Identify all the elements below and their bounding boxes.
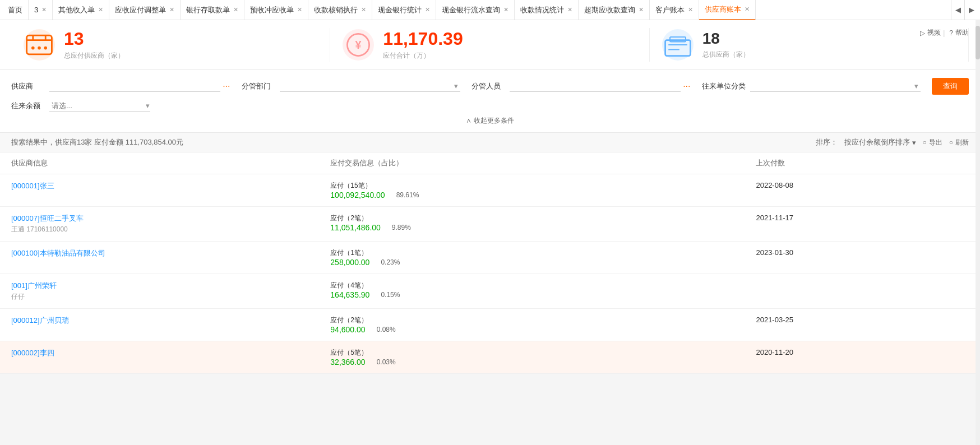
department-select[interactable]: ▾ xyxy=(280,81,461,92)
search-row-2: 往来余额 ▾ xyxy=(11,100,969,112)
transaction-info-1: 应付（15笔） 100,092,540.00 89.61% xyxy=(330,181,756,200)
supplier-input[interactable] xyxy=(49,81,220,92)
person-dots[interactable]: ··· xyxy=(683,81,690,91)
nav-tab-supplier-ledger[interactable]: 供应商账本 ✕ xyxy=(699,0,756,20)
transaction-amount-5[interactable]: 94,600.00 xyxy=(330,325,365,334)
category-dropdown-arrow[interactable]: ▾ xyxy=(914,82,918,90)
balance-select[interactable]: ▾ xyxy=(49,100,150,112)
supplier-link-5[interactable]: [000012]广州贝瑞 xyxy=(11,316,69,325)
nav-tab-overdue-ar-label: 超期应收款查询 xyxy=(584,5,635,15)
nav-tab-home[interactable]: 首页 xyxy=(2,0,29,20)
nav-tab-overdue-ar[interactable]: 超期应收款查询 ✕ xyxy=(579,0,650,20)
nav-tab-supplier-ledger-label: 供应商账本 xyxy=(705,4,741,15)
supplier-link-3[interactable]: [000100]本特勒油品有限公司 xyxy=(11,249,105,257)
nav-tab-receipt-verify-close[interactable]: ✕ xyxy=(361,6,366,13)
supplier-link-1[interactable]: [000001]张三 xyxy=(11,182,54,190)
category-select[interactable]: ▾ xyxy=(750,81,921,92)
nav-tab-home-label: 首页 xyxy=(8,5,22,15)
transaction-amount-4[interactable]: 164,635.90 xyxy=(330,290,369,299)
lastpay-1: 2022-08-08 xyxy=(756,181,969,189)
export-icon: ○ xyxy=(923,138,927,146)
nav-tab-3-close[interactable]: ✕ xyxy=(41,6,47,13)
transaction-amount-3[interactable]: 258,000.00 xyxy=(330,258,369,267)
supplier-link-4[interactable]: [001]广州荣轩 xyxy=(11,281,57,290)
nav-prev-arrow[interactable]: ◀ xyxy=(951,0,964,20)
table-row: [000100]本特勒油品有限公司 应付（1笔） 258,000.00 0.23… xyxy=(0,242,980,274)
nav-tab-supplier-ledger-close[interactable]: ✕ xyxy=(745,6,750,13)
nav-tab-3[interactable]: 3 ✕ xyxy=(29,0,53,20)
summary-card-payable-suppliers: 13 总应付供应商（家） xyxy=(11,28,330,62)
query-button[interactable]: 查询 xyxy=(932,78,969,95)
department-input[interactable] xyxy=(282,82,455,90)
nav-tab-customer-ledger-close[interactable]: ✕ xyxy=(688,6,693,13)
nav-tab-cash-bank-stat-label: 现金银行统计 xyxy=(378,5,422,15)
refresh-button[interactable]: ○ 刷新 xyxy=(949,138,969,147)
nav-tab-prepay-offset-close[interactable]: ✕ xyxy=(297,6,302,13)
nav-tab-other-income[interactable]: 其他收入单 ✕ xyxy=(53,0,109,20)
col-header-lastpay: 上次付数 xyxy=(756,158,969,168)
nav-tab-other-income-close[interactable]: ✕ xyxy=(98,6,103,13)
supplier-link-2[interactable]: [000007]恒旺二手叉车 xyxy=(11,214,84,222)
nav-tab-bank-deposit[interactable]: 银行存取款单 ✕ xyxy=(181,0,244,20)
table-container: 供应商信息 应付交易信息（占比） 上次付数 [000001]张三 应付（15笔）… xyxy=(0,152,980,374)
transaction-amount-1[interactable]: 100,092,540.00 xyxy=(330,191,385,200)
nav-tab-cash-bank-flow-close[interactable]: ✕ xyxy=(503,6,509,13)
result-bar: 搜索结果中，供应商13家 应付金额 111,703,854.00元 排序： 按应… xyxy=(0,133,980,152)
transaction-info-4: 应付（4笔） 164,635.90 0.15% xyxy=(330,281,756,299)
person-input[interactable] xyxy=(510,81,681,92)
category-input[interactable] xyxy=(752,82,915,90)
export-label: 导出 xyxy=(929,138,942,147)
export-button[interactable]: ○ 导出 xyxy=(923,138,942,147)
payable-total-content: 11,170.39 应付合计（万） xyxy=(383,29,463,61)
video-icon: ▷ xyxy=(920,29,925,37)
department-label: 分管部门 xyxy=(242,81,275,91)
nav-tab-receipt-stat-close[interactable]: ✕ xyxy=(567,6,572,13)
nav-tab-ar-ap-adjust[interactable]: 应收应付调整单 ✕ xyxy=(109,0,181,20)
nav-next-arrow[interactable]: ▶ xyxy=(964,0,978,20)
payable-total-icon: ¥ xyxy=(341,28,375,62)
svg-point-6 xyxy=(44,47,47,50)
supplier-link-6[interactable]: [000002]李四 xyxy=(11,349,54,357)
balance-dropdown-arrow[interactable]: ▾ xyxy=(146,101,150,110)
lastpay-6: 2020-11-20 xyxy=(756,348,969,356)
supplier-info-3: [000100]本特勒油品有限公司 xyxy=(11,248,330,258)
transaction-info-2: 应付（2笔） 11,051,486.00 9.89% xyxy=(330,214,756,232)
col-header-supplier: 供应商信息 xyxy=(11,158,330,168)
collapse-text: ∧ 收起更多条件 xyxy=(466,117,514,124)
summary-card-payable-total: ¥ 11,170.39 应付合计（万） xyxy=(330,28,649,62)
nav-tab-receipt-stat[interactable]: 收款情况统计 ✕ xyxy=(515,0,579,20)
total-suppliers-number: 18 xyxy=(702,30,750,48)
payable-total-number: 11,170.39 xyxy=(383,29,463,49)
help-link[interactable]: 帮助 xyxy=(955,28,969,38)
nav-tab-ar-ap-adjust-close[interactable]: ✕ xyxy=(169,6,174,13)
nav-tab-receipt-verify[interactable]: 收款核销执行 ✕ xyxy=(308,0,372,20)
nav-tab-cash-bank-flow[interactable]: 现金银行流水查询 ✕ xyxy=(436,0,515,20)
transaction-amount-6[interactable]: 32,366.00 xyxy=(330,358,365,367)
nav-tab-prepay-offset[interactable]: 预收冲应收单 ✕ xyxy=(244,0,308,20)
nav-tab-cash-bank-stat[interactable]: 现金银行统计 ✕ xyxy=(372,0,436,20)
supplier-info-4: [001]广州荣轩 仔仔 xyxy=(11,281,330,302)
refresh-icon: ○ xyxy=(949,138,953,146)
transaction-info-5: 应付（2笔） 94,600.00 0.08% xyxy=(330,316,756,334)
scroll-track[interactable] xyxy=(976,20,980,445)
video-link[interactable]: 视频 xyxy=(927,28,941,38)
refresh-label: 刷新 xyxy=(955,138,969,147)
nav-tab-bank-deposit-close[interactable]: ✕ xyxy=(233,6,238,13)
table-row: [000002]李四 应付（5笔） 32,366.00 0.03% 2020-1… xyxy=(0,341,980,374)
nav-tab-cash-bank-stat-close[interactable]: ✕ xyxy=(425,6,430,13)
balance-input[interactable] xyxy=(52,101,146,110)
transaction-amount-2[interactable]: 11,051,486.00 xyxy=(330,223,381,232)
scroll-thumb[interactable] xyxy=(976,26,980,59)
supplier-info-5: [000012]广州贝瑞 xyxy=(11,316,330,326)
nav-arrows: ◀ ▶ xyxy=(951,0,978,20)
nav-tab-other-income-label: 其他收入单 xyxy=(58,5,95,15)
department-dropdown-arrow[interactable]: ▾ xyxy=(454,82,458,90)
nav-tab-overdue-ar-close[interactable]: ✕ xyxy=(639,6,644,13)
collapse-bar[interactable]: ∧ 收起更多条件 xyxy=(11,114,969,128)
summary-area: 13 总应付供应商（家） ¥ 11,170.39 应付合计（万） xyxy=(0,20,980,70)
sort-select[interactable]: 按应付余额倒序排序 ▾ xyxy=(844,137,916,147)
nav-tab-customer-ledger[interactable]: 客户账本 ✕ xyxy=(650,0,699,20)
sort-dropdown-arrow: ▾ xyxy=(912,138,916,147)
supplier-dots[interactable]: ··· xyxy=(223,81,230,91)
transaction-pct-5: 0.08% xyxy=(377,326,396,333)
